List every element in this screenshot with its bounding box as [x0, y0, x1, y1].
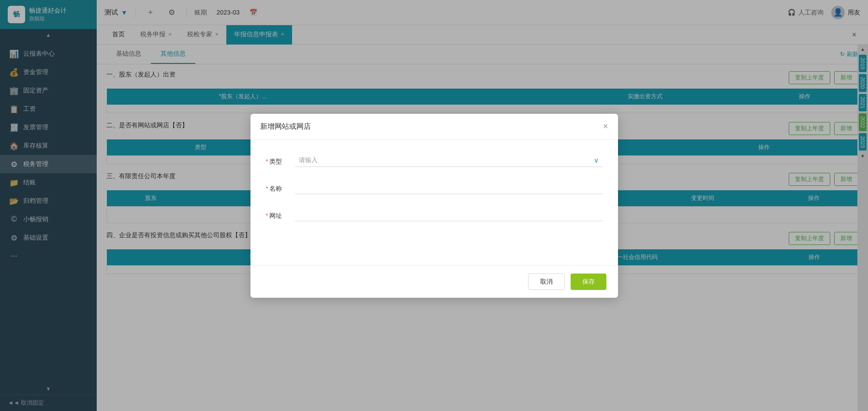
- form-row-url: *网址: [266, 208, 603, 221]
- save-button[interactable]: 保存: [571, 274, 606, 290]
- type-select[interactable]: 请输入: [295, 153, 603, 167]
- url-input[interactable]: [295, 208, 603, 221]
- url-field: [295, 208, 603, 221]
- name-label: *名称: [266, 181, 295, 193]
- dialog-header: 新增网站或网店 ×: [250, 114, 618, 140]
- url-label: *网址: [266, 208, 295, 220]
- dialog-footer: 取消 保存: [250, 265, 618, 298]
- dialog-close-button[interactable]: ×: [603, 122, 608, 132]
- type-field: 请输入 ∨: [295, 153, 603, 167]
- name-field: [295, 181, 603, 194]
- cancel-button[interactable]: 取消: [528, 274, 565, 290]
- form-row-name: *名称: [266, 181, 603, 194]
- name-input[interactable]: [295, 181, 603, 194]
- add-website-dialog: 新增网站或网店 × *类型 请输入 ∨ *名称: [250, 114, 618, 298]
- dialog-body: *类型 请输入 ∨ *名称: [250, 140, 618, 265]
- dialog-title: 新增网站或网店: [260, 122, 311, 131]
- dialog-overlay: 新增网站或网店 × *类型 请输入 ∨ *名称: [0, 0, 868, 411]
- type-label: *类型: [266, 153, 295, 166]
- form-row-type: *类型 请输入 ∨: [266, 153, 603, 167]
